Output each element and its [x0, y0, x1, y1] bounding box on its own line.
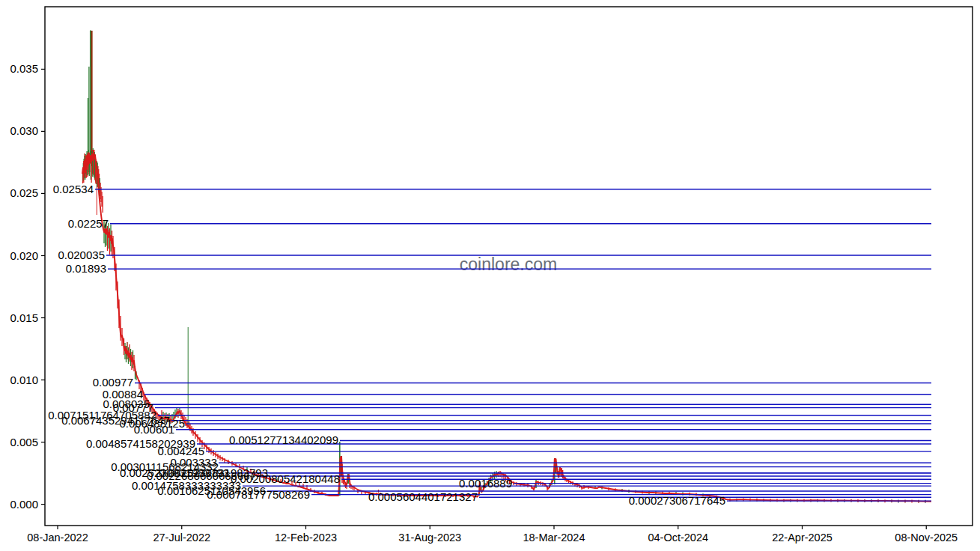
svg-text:08-Jan-2022: 08-Jan-2022	[27, 532, 88, 544]
svg-text:0.030: 0.030	[10, 124, 38, 137]
svg-text:0.035: 0.035	[10, 62, 38, 75]
svg-text:27-Jul-2022: 27-Jul-2022	[153, 532, 210, 544]
svg-text:18-Mar-2024: 18-Mar-2024	[523, 532, 585, 544]
svg-text:0.0020080542180448: 0.0020080542180448	[231, 472, 340, 485]
svg-text:0.025: 0.025	[10, 186, 38, 199]
svg-text:0.0016889: 0.0016889	[459, 477, 512, 490]
svg-text:0.02257: 0.02257	[68, 217, 109, 230]
svg-text:0.020: 0.020	[10, 249, 38, 262]
svg-text:0.00601: 0.00601	[134, 423, 174, 436]
svg-text:0.00027306717645: 0.00027306717645	[629, 494, 725, 507]
svg-text:12-Feb-2023: 12-Feb-2023	[275, 532, 337, 544]
svg-text:0.015: 0.015	[10, 311, 38, 324]
svg-text:0.01893: 0.01893	[66, 262, 106, 275]
svg-text:coinlore.com: coinlore.com	[460, 255, 557, 274]
svg-text:0.005: 0.005	[10, 436, 38, 448]
svg-text:0.0051277134402099: 0.0051277134402099	[229, 433, 338, 446]
svg-text:22-Apr-2025: 22-Apr-2025	[772, 532, 833, 544]
svg-text:0.000781777508269: 0.000781777508269	[207, 488, 310, 501]
svg-text:04-Oct-2024: 04-Oct-2024	[648, 532, 708, 544]
svg-text:08-Nov-2025: 08-Nov-2025	[895, 532, 958, 544]
svg-text:31-Aug-2023: 31-Aug-2023	[398, 532, 461, 544]
svg-text:0.010: 0.010	[10, 374, 38, 386]
svg-text:0.020035: 0.020035	[58, 249, 105, 261]
svg-text:0.02534: 0.02534	[53, 183, 94, 195]
svg-text:0.0005604401721327: 0.0005604401721327	[368, 490, 478, 503]
svg-text:0.000: 0.000	[10, 498, 38, 511]
